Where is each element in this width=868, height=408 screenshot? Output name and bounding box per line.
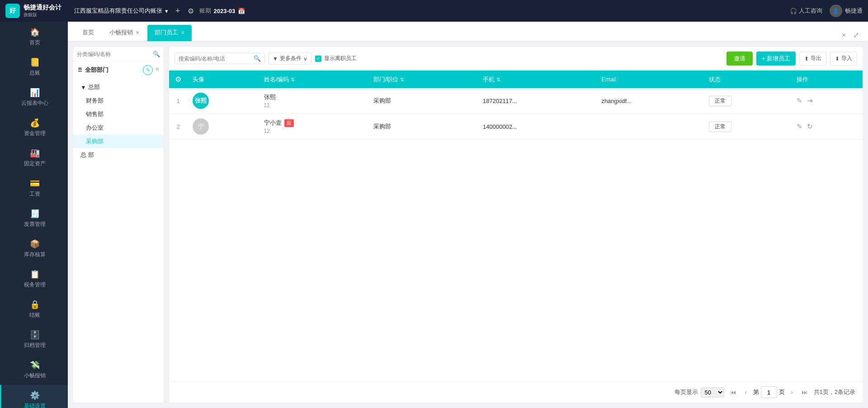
page-content: 🔍 ⠿ 全部部门 ✎ « ▼ 总部 (68, 42, 868, 408)
dept-node-zongbu-root[interactable]: ▼ 总部 (73, 80, 164, 94)
tab-dept-emp-close[interactable]: × (181, 29, 184, 36)
sidebar-item-capital[interactable]: 💰 资金管理 (0, 113, 68, 143)
row-ops-2: ✎ ↻ (791, 114, 863, 140)
sidebar-item-expense[interactable]: 💸 小畅报销 (0, 355, 68, 385)
page-current: 第 页 (753, 386, 785, 398)
capital-icon: 💰 (30, 118, 40, 128)
sidebar-item-payroll[interactable]: 💳 工资 (0, 173, 68, 203)
col-phone[interactable]: 手机 ⇅ (477, 70, 596, 88)
tab-expense[interactable]: 小畅报销 × (102, 25, 146, 41)
emp-search-icon[interactable]: 🔍 (254, 55, 261, 62)
col-dept-pos[interactable]: 部门/职位 ⇅ (368, 70, 477, 88)
row-dept-2: 采购部 (368, 114, 477, 140)
tab-close-all-button[interactable]: × (840, 29, 848, 41)
edit-button-2[interactable]: ✎ (797, 122, 802, 131)
settings-icon: ⚙️ (30, 390, 40, 400)
service-button[interactable]: 🎧 人工咨询 (790, 7, 822, 15)
import-label: 导入 (841, 55, 852, 62)
dept-header: ⠿ 全部部门 ✎ « (73, 61, 164, 79)
col-settings[interactable]: ⚙ (169, 70, 187, 88)
prev-page-button[interactable]: ‹ (741, 387, 751, 398)
edit-button-1[interactable]: ✎ (797, 97, 802, 105)
dept-node-sales[interactable]: 销售部 (73, 108, 164, 121)
period-label: 账期 (199, 7, 211, 15)
sidebar-label-assets: 固定资产 (24, 160, 46, 168)
sidebar-item-home[interactable]: 🏠 首页 (0, 22, 68, 52)
tab-expense-close[interactable]: × (136, 29, 139, 36)
sort-name-icon: ⇅ (291, 77, 295, 82)
row-name-1: 张熙 11 (259, 88, 368, 114)
per-page-select[interactable]: 50 10 20 100 (701, 387, 724, 398)
page-input[interactable] (761, 386, 777, 398)
assets-icon: 🏭 (30, 148, 40, 158)
dept-panel: 🔍 ⠿ 全部部门 ✎ « ▼ 总部 (73, 47, 164, 403)
emp-search-box: 🔍 (175, 53, 265, 64)
row-num-1: 1 (169, 88, 187, 114)
sidebar-item-tax[interactable]: 📋 税务管理 (0, 264, 68, 294)
filter-icon: ▼ (273, 56, 278, 62)
payroll-icon: 💳 (30, 178, 40, 188)
sidebar-item-settings[interactable]: ⚙️ 基础设置 (0, 385, 68, 408)
export-button[interactable]: ⬆ 导出 (799, 52, 826, 66)
period-value: 2023-03 (214, 8, 236, 14)
tab-home[interactable]: 首页 (75, 25, 101, 41)
sidebar-item-inventory[interactable]: 📦 库存核算 (0, 234, 68, 264)
sidebar-item-invoice[interactable]: 🧾 发票管理 (0, 203, 68, 234)
topbar-settings-icon[interactable]: ⚙ (188, 7, 194, 15)
dept-search-input[interactable] (77, 51, 150, 57)
logo-icon: 好 (5, 4, 20, 18)
sidebar-label-payroll: 工资 (29, 190, 40, 198)
dept-node-purchase[interactable]: 采购部 (73, 135, 164, 148)
add-tab-button[interactable]: + (174, 6, 182, 16)
inventory-icon: 📦 (30, 239, 40, 249)
row-status-1: 正常 (703, 88, 791, 114)
last-page-button[interactable]: ⏭ (799, 387, 810, 398)
sidebar-label-tax: 税务管理 (24, 281, 46, 289)
row-status-2: 正常 (703, 114, 791, 140)
next-page-button[interactable]: › (787, 387, 797, 398)
logout-button-1[interactable]: ⇥ (807, 97, 813, 105)
filter-label: 更多条件 (280, 55, 302, 62)
status-badge-2: 正常 (709, 122, 731, 132)
add-dept-button[interactable]: ✎ (143, 65, 153, 75)
company-selector[interactable]: 江西服宝精品有限责任公司内账张 ▾ (74, 7, 168, 15)
first-page-button[interactable]: ⏮ (728, 387, 739, 398)
sidebar-label-home: 首页 (29, 39, 40, 47)
table-settings-icon[interactable]: ⚙ (175, 75, 181, 83)
sidebar-item-ledger[interactable]: 📒 总账 (0, 52, 68, 82)
close-period-icon: 🔒 (30, 300, 40, 310)
show-resigned-checkbox[interactable]: ✓ (315, 56, 321, 62)
sidebar-item-reports[interactable]: 📊 云报表中心 (0, 82, 68, 113)
show-resigned-label: 显示离职员工 (324, 55, 357, 62)
tab-dept-emp[interactable]: 部门员工 × (147, 25, 192, 41)
col-name-code[interactable]: 姓名/编码 ⇅ (259, 70, 368, 88)
dept-node-office[interactable]: 办公室 (73, 121, 164, 135)
topbar-right: 🎧 人工咨询 👤 畅捷通 (790, 5, 863, 17)
dept-node-finance[interactable]: 财务部 (73, 94, 164, 108)
add-employee-button[interactable]: + 新增员工 (756, 52, 796, 66)
main-layout: 🏠 首页 📒 总账 📊 云报表中心 💰 资金管理 🏭 固定资产 💳 工资 🧾 发… (0, 22, 868, 408)
collapse-dept-button[interactable]: « (156, 65, 159, 75)
show-resigned-toggle[interactable]: ✓ 显示离职员工 (315, 55, 357, 62)
sidebar-item-close[interactable]: 🔒 结账 (0, 294, 68, 324)
export-icon: ⬆ (804, 56, 809, 62)
refresh-button-2[interactable]: ↻ (807, 122, 813, 131)
col-avatar: 头像 (187, 70, 259, 88)
content-area: 首页 小畅报销 × 部门员工 × × ⤢ 🔍 (68, 22, 868, 408)
sidebar-label-close: 结账 (29, 311, 40, 319)
tab-expand-button[interactable]: ⤢ (851, 29, 861, 41)
table-row: 2 宁 宁小壹 应 (169, 114, 863, 140)
period-selector[interactable]: 账期 2023-03 📅 (199, 7, 245, 15)
col-ops: 操作 (791, 70, 863, 88)
dept-search-icon[interactable]: 🔍 (153, 51, 160, 57)
import-button[interactable]: ⬇ 导入 (830, 52, 857, 66)
emp-search-input[interactable] (179, 56, 251, 62)
sidebar-item-archive[interactable]: 🗄️ 归档管理 (0, 324, 68, 355)
table-header-row: ⚙ 头像 姓名/编码 ⇅ 部门/职位 ⇅ 手机 ⇅ Email 状态 操作 (169, 70, 863, 88)
user-info[interactable]: 👤 畅捷通 (830, 5, 863, 17)
more-filter-button[interactable]: ▼ 更多条件 ∨ (269, 52, 311, 65)
dept-node-zongbu[interactable]: 总 部 (73, 148, 164, 162)
invite-button[interactable]: 邀请 (726, 52, 753, 66)
sidebar-item-assets[interactable]: 🏭 固定资产 (0, 143, 68, 173)
sidebar-label-inventory: 库存核算 (24, 251, 46, 258)
